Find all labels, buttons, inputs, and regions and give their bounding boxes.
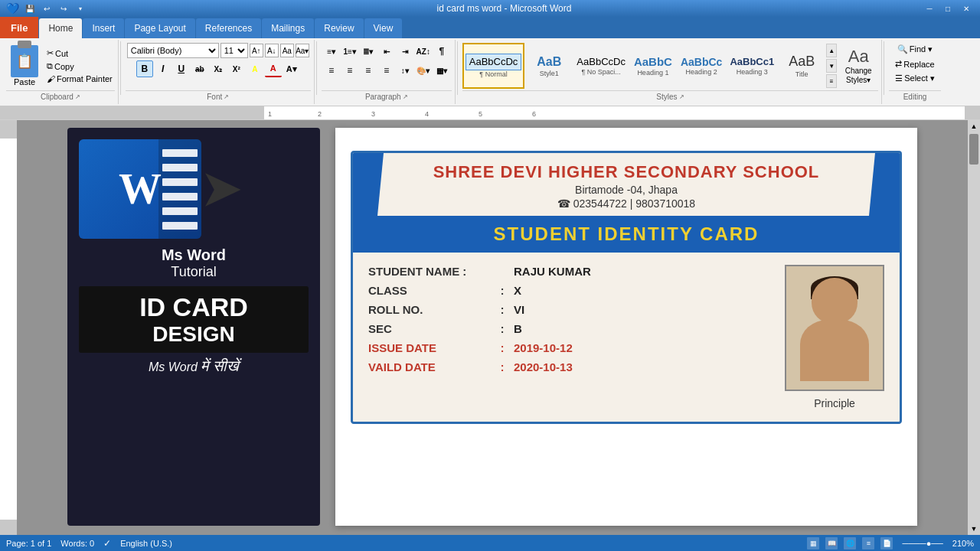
style-style1[interactable]: AaB Style1 xyxy=(526,43,572,89)
status-left: Page: 1 of 1 Words: 0 ✓ English (U.S.) xyxy=(6,538,172,549)
change-case-button[interactable]: Aa▾ xyxy=(296,44,309,57)
multilevel-button[interactable]: ≣▾ xyxy=(360,43,377,60)
font-color-button[interactable]: A▾ xyxy=(283,60,300,77)
issue-date-label: ISSUE DATE xyxy=(368,341,491,354)
status-right: ▦ 📖 🌐 ≡ 📄 ────●── 210% xyxy=(807,537,974,549)
bullets-button[interactable]: ≡▾ xyxy=(323,43,340,60)
close-button[interactable]: ✕ xyxy=(959,2,974,15)
style-title[interactable]: AaB Title xyxy=(779,43,825,89)
restore-button[interactable]: □ xyxy=(940,2,956,15)
show-marks-button[interactable]: ¶ xyxy=(433,43,450,60)
ruler-num-4: 4 xyxy=(425,110,429,118)
styles-gallery: AaBbCcDc ¶ Normal AaB Style1 AaBbCcDc ¶ … xyxy=(462,43,825,89)
clipboard-content: 📋 Paste ✂ Cut ⧉ Copy 🖌 Format Pa xyxy=(6,41,115,90)
border-button[interactable]: ▦▾ xyxy=(433,62,450,79)
minimize-button[interactable]: ─ xyxy=(922,2,937,15)
shading-button[interactable]: 🎨▾ xyxy=(415,62,432,79)
paragraph-expand-icon[interactable]: ↗ xyxy=(403,93,408,100)
style-heading2[interactable]: AaBbCc Heading 2 xyxy=(678,43,725,89)
arrow-icon: ➤ xyxy=(201,162,240,216)
font-expand-icon[interactable]: ↗ xyxy=(224,93,229,100)
doc-scroll[interactable]: W ➤ Ms Wor xyxy=(17,120,968,535)
quick-save[interactable]: 💾 xyxy=(24,2,36,15)
quick-undo[interactable]: ↩ xyxy=(41,2,53,15)
tab-view[interactable]: View xyxy=(364,18,403,38)
copy-button[interactable]: ⧉ Copy xyxy=(44,60,115,72)
scroll-up-button[interactable]: ▲ xyxy=(968,120,980,132)
replace-button[interactable]: ⇄ Replace xyxy=(890,57,939,70)
para-content: ≡▾ 1≡▾ ≣▾ ⇤ ⇥ AZ↕ ¶ ≡ ≡ ≡ ≡ ↕▾ 🎨▾ ▦▾ xyxy=(322,41,452,90)
gallery-up-button[interactable]: ▲ xyxy=(826,44,837,57)
find-button[interactable]: 🔍 Find ▾ xyxy=(893,43,937,56)
view-normal-button[interactable]: ▦ xyxy=(807,537,819,549)
school-name: SHREE DEVI HIGHER SECONDARY SCHOOL xyxy=(368,162,884,182)
select-button[interactable]: ☰ Select ▾ xyxy=(890,72,939,85)
logo-wrapper: W ➤ xyxy=(79,139,309,239)
align-left-button[interactable]: ≡ xyxy=(323,62,340,79)
quick-redo[interactable]: ↪ xyxy=(57,2,70,15)
line-spacing-button[interactable]: ↕▾ xyxy=(397,62,413,79)
tab-bar: File Home Insert Page Layout References … xyxy=(0,17,980,38)
gallery-down-button[interactable]: ▼ xyxy=(826,59,837,73)
spelling-icon[interactable]: ✓ xyxy=(103,538,111,549)
bold-button[interactable]: B xyxy=(136,60,153,77)
styles-expand-icon[interactable]: ↗ xyxy=(679,93,684,100)
font-decrease-button[interactable]: A↓ xyxy=(265,44,279,57)
copy-icon: ⧉ xyxy=(47,61,53,71)
view-reader-button[interactable]: 📖 xyxy=(825,537,838,549)
tab-review[interactable]: Review xyxy=(315,18,363,38)
clipboard-expand-icon[interactable]: ↗ xyxy=(75,93,80,100)
style-heading1[interactable]: AaBbC Heading 1 xyxy=(630,43,676,89)
align-right-button[interactable]: ≡ xyxy=(360,62,377,79)
underline-button[interactable]: U xyxy=(173,60,190,77)
scroll-down-button[interactable]: ▼ xyxy=(968,523,980,535)
justify-button[interactable]: ≡ xyxy=(378,62,395,79)
class-colon: : xyxy=(491,285,514,297)
scroll-thumb[interactable] xyxy=(969,134,978,165)
style-no-spacing[interactable]: AaBbCcDc ¶ No Spaci... xyxy=(573,43,629,89)
tab-references[interactable]: References xyxy=(196,18,261,38)
tab-mailings[interactable]: Mailings xyxy=(262,18,314,38)
increase-indent-button[interactable]: ⇥ xyxy=(397,43,413,60)
ruler-right-margin xyxy=(965,106,980,119)
id-card-document[interactable]: SHREE DEVI HIGHER SECONDARY SCHOOL Birta… xyxy=(335,128,917,526)
font-face-select[interactable]: Calibri (Body) xyxy=(127,43,219,58)
numbering-button[interactable]: 1≡▾ xyxy=(341,43,358,60)
principle-label: Principle xyxy=(814,397,855,409)
format-painter-button[interactable]: 🖌 Format Painter xyxy=(44,73,115,84)
tab-page-layout[interactable]: Page Layout xyxy=(125,18,194,38)
subscript-button[interactable]: X₂ xyxy=(210,60,227,77)
paste-button[interactable]: 📋 Paste xyxy=(6,44,43,88)
align-center-button[interactable]: ≡ xyxy=(341,62,358,79)
style-normal[interactable]: AaBbCcDc ¶ Normal xyxy=(462,43,525,89)
sort-button[interactable]: AZ↕ xyxy=(415,43,432,60)
hindi-text: में सीखें xyxy=(201,357,239,374)
word-icon-line xyxy=(162,193,198,201)
title-preview: AaB xyxy=(789,54,815,70)
tab-file[interactable]: File xyxy=(0,17,38,38)
change-styles-button[interactable]: Aa ChangeStyles▾ xyxy=(838,45,878,86)
gallery-more-button[interactable]: ≡ xyxy=(826,74,837,88)
strikethrough-button[interactable]: ab xyxy=(191,60,208,77)
view-web-button[interactable]: 🌐 xyxy=(844,537,856,549)
view-outline-button[interactable]: ≡ xyxy=(862,537,874,549)
clear-formatting-button[interactable]: Aa xyxy=(280,44,294,57)
tab-home[interactable]: Home xyxy=(39,18,82,38)
valid-date-value: 2020-10-13 xyxy=(514,360,773,373)
cut-button[interactable]: ✂ Cut xyxy=(44,47,115,59)
decrease-indent-button[interactable]: ⇤ xyxy=(378,43,395,60)
italic-button[interactable]: I xyxy=(155,60,172,77)
view-draft-button[interactable]: 📄 xyxy=(880,537,893,549)
zoom-slider[interactable]: ────●── xyxy=(902,539,942,548)
superscript-button[interactable]: X² xyxy=(228,60,245,77)
text-color-button[interactable]: A xyxy=(265,60,282,77)
tutorial-labels: Ms Word Tutorial xyxy=(162,246,226,280)
font-size-select[interactable]: 11 xyxy=(220,43,248,58)
tab-insert[interactable]: Insert xyxy=(83,18,124,38)
language[interactable]: English (U.S.) xyxy=(120,539,172,548)
vert-ruler-marks xyxy=(0,139,17,520)
text-highlight-button[interactable]: A xyxy=(247,60,263,77)
font-increase-button[interactable]: A↑ xyxy=(250,44,263,57)
quick-access-more[interactable]: ▾ xyxy=(74,2,87,15)
style-heading3[interactable]: AaBbCc1 Heading 3 xyxy=(727,43,777,89)
